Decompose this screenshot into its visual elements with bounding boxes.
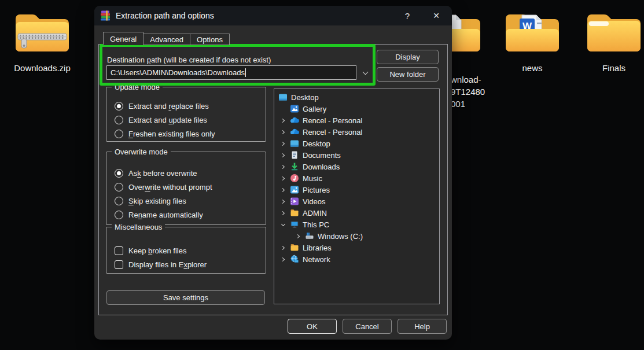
desktop-icon-label-partial: wnload- 9T12480 001	[451, 73, 485, 110]
help-button[interactable]: Help	[398, 319, 447, 334]
chevron-right-icon[interactable]	[278, 208, 288, 218]
chevron-right-icon[interactable]	[278, 150, 288, 160]
radio-icon[interactable]	[115, 116, 123, 124]
radio-icon[interactable]	[115, 183, 123, 191]
radio-icon[interactable]	[115, 197, 123, 205]
checkbox-icon[interactable]	[115, 260, 123, 269]
chevron-right-icon[interactable]	[278, 116, 288, 125]
drive-icon	[305, 231, 314, 241]
tab-strip: General Advanced Options	[103, 32, 229, 45]
desktop: Downloads.zip wnload- 9T12480 001 W news	[0, 0, 644, 350]
chevron-down-icon	[362, 69, 368, 75]
dialog-title: Extraction path and options	[116, 11, 214, 20]
documents-icon	[290, 150, 299, 160]
tree-item-documents[interactable]: Documents	[274, 149, 439, 161]
destination-path-label: Destination path (will be created if doe…	[107, 56, 271, 64]
tree-item-network[interactable]: Network	[274, 253, 439, 265]
gallery-icon	[290, 104, 299, 113]
onedrive-icon	[290, 127, 299, 137]
tab-advanced[interactable]: Advanced	[143, 34, 190, 45]
videos-icon	[290, 197, 299, 206]
overwrite-mode-group: Overwrite mode Ask before overwrite Over…	[106, 152, 266, 225]
folder-with-word-doc-icon: W	[502, 9, 562, 60]
radio-skip-existing[interactable]: Skip existing files	[115, 194, 266, 208]
chevron-right-icon[interactable]	[293, 231, 303, 241]
desktop-icon-label: news	[495, 63, 570, 73]
save-settings-button[interactable]: Save settings	[106, 290, 265, 305]
chevron-right-icon[interactable]	[278, 255, 288, 264]
music-icon	[290, 174, 299, 183]
tree-item-videos[interactable]: Videos	[274, 196, 439, 207]
chevron-down-icon[interactable]	[278, 220, 288, 229]
tree-item-desktop[interactable]: Desktop	[274, 138, 439, 149]
onedrive-icon	[290, 116, 299, 125]
network-icon	[290, 255, 299, 264]
radio-icon[interactable]	[115, 102, 123, 110]
tree-item-admin[interactable]: ADMIN	[274, 207, 439, 219]
tab-general[interactable]: General	[103, 32, 143, 45]
downloads-icon	[290, 162, 299, 171]
close-icon[interactable]: ✕	[426, 7, 446, 24]
desktop-icon-label: Finals	[576, 63, 644, 73]
radio-icon[interactable]	[115, 169, 123, 178]
ok-button[interactable]: OK	[288, 319, 337, 334]
chevron-right-icon[interactable]	[278, 162, 288, 171]
chevron-right-icon[interactable]	[278, 174, 288, 183]
group-title: Overwrite mode	[112, 148, 171, 156]
tree-item-this-pc[interactable]: This PC	[274, 219, 439, 230]
update-mode-group: Update mode Extract and replace files Ex…	[106, 87, 266, 142]
checkbox-keep-broken-files[interactable]: Keep broken files	[115, 244, 266, 257]
desktop-icon-finals[interactable]: Finals	[576, 9, 644, 73]
tree-item-gallery[interactable]: Gallery	[274, 103, 439, 115]
radio-ask-before-overwrite[interactable]: Ask before overwrite	[115, 166, 266, 180]
radio-extract-replace[interactable]: Extract and replace files	[115, 99, 266, 113]
tree-item-windows-c[interactable]: Windows (C:)	[274, 230, 439, 242]
chevron-right-icon[interactable]	[278, 185, 288, 194]
checkbox-icon[interactable]	[115, 246, 123, 255]
desktop-icon	[278, 93, 288, 102]
extraction-dialog: Extraction path and options ? ✕ General …	[94, 6, 452, 340]
group-title: Miscellaneous	[112, 223, 165, 231]
chevron-right-icon[interactable]	[278, 127, 288, 137]
destination-path-input[interactable]: C:\Users\ADMIN\Downloads\Downloads	[106, 65, 356, 80]
desktop-icon	[290, 139, 299, 148]
cancel-button[interactable]: Cancel	[343, 319, 392, 334]
help-titlebar-button[interactable]: ?	[398, 7, 417, 24]
tree-item-music[interactable]: Music	[274, 172, 439, 184]
chevron-right-icon[interactable]	[278, 197, 288, 206]
radio-icon[interactable]	[115, 211, 123, 219]
chevron-right-icon[interactable]	[278, 139, 288, 148]
pictures-icon	[290, 185, 299, 194]
dialog-titlebar: Extraction path and options ? ✕	[94, 6, 452, 25]
display-button[interactable]: Display	[377, 50, 439, 64]
path-dropdown-button[interactable]	[358, 65, 373, 80]
folder-icon	[584, 9, 644, 60]
zip-folder-icon	[12, 9, 72, 60]
tree-item-downloads[interactable]: Downloads	[274, 161, 439, 172]
folder-tree[interactable]: Desktop Gallery Rencel - Personal	[274, 89, 440, 304]
tree-item-onedrive-1[interactable]: Rencel - Personal	[274, 115, 439, 126]
text-caret	[245, 68, 246, 77]
tree-item-onedrive-2[interactable]: Rencel - Personal	[274, 126, 439, 138]
this-pc-icon	[290, 220, 299, 229]
desktop-icon-news[interactable]: W news	[495, 9, 570, 73]
tree-item-desktop-root[interactable]: Desktop	[274, 91, 439, 103]
new-folder-button[interactable]: New folder	[377, 67, 439, 82]
chevron-right-icon[interactable]	[278, 243, 288, 252]
radio-extract-update[interactable]: Extract and update files	[115, 113, 266, 127]
checkbox-display-in-explorer[interactable]: Display files in Explorer	[115, 257, 266, 271]
radio-rename-automatically[interactable]: Rename automatically	[115, 208, 266, 222]
radio-freshen-existing[interactable]: Freshen existing files only	[115, 127, 266, 141]
winrar-icon	[100, 10, 111, 21]
folder-icon	[290, 208, 299, 218]
radio-overwrite-without-prompt[interactable]: Overwrite without prompt	[115, 180, 266, 194]
tree-item-pictures[interactable]: Pictures	[274, 184, 439, 196]
tree-item-libraries[interactable]: Libraries	[274, 242, 439, 253]
desktop-icon-label: Downloads.zip	[5, 63, 80, 73]
miscellaneous-group: Miscellaneous Keep broken files Display …	[106, 227, 266, 274]
tab-options[interactable]: Options	[190, 34, 230, 45]
folder-icon	[290, 243, 299, 252]
radio-icon[interactable]	[115, 130, 123, 138]
desktop-icon-downloads-zip[interactable]: Downloads.zip	[5, 9, 80, 73]
